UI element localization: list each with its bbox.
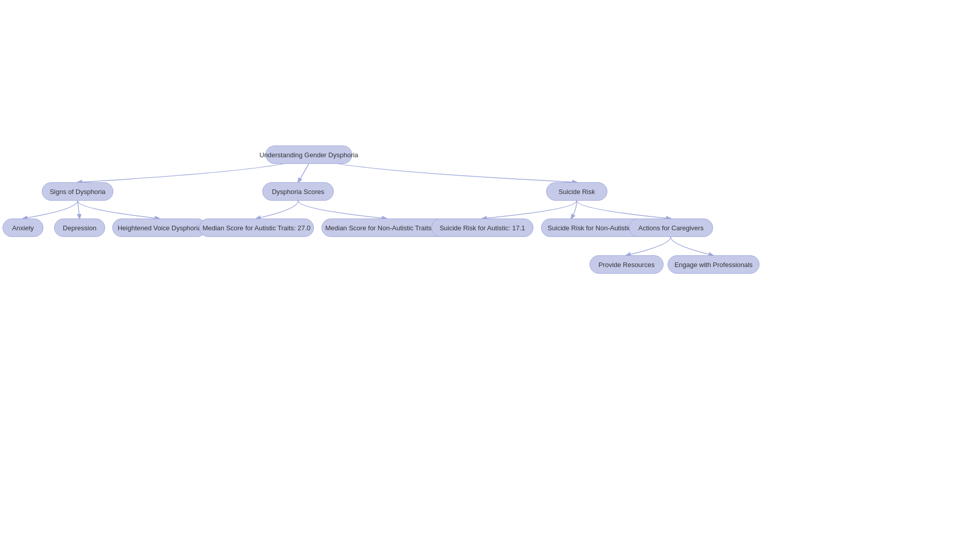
node-actions-caregivers: Actions for Caregivers bbox=[629, 219, 713, 237]
node-engage-professionals: Engage with Professionals bbox=[668, 255, 760, 274]
node-provide-resources: Provide Resources bbox=[590, 255, 664, 274]
node-root: Understanding Gender Dysphoria bbox=[265, 146, 352, 164]
node-dysphoria-scores: Dysphoria Scores bbox=[262, 182, 334, 201]
node-median-autistic: Median Score for Autistic Traits: 27.0 bbox=[199, 219, 314, 237]
node-depression: Depression bbox=[54, 219, 105, 237]
connections-svg bbox=[0, 0, 980, 553]
node-suicide-risk: Suicide Risk bbox=[546, 182, 607, 201]
node-suicide-autistic: Suicide Risk for Autistic: 17.1 bbox=[431, 219, 533, 237]
diagram-container: Understanding Gender Dysphoria Signs of … bbox=[0, 0, 980, 553]
node-signs: Signs of Dysphoria bbox=[42, 182, 113, 201]
node-anxiety: Anxiety bbox=[3, 219, 43, 237]
node-heightened: Heightened Voice Dysphoria bbox=[112, 219, 207, 237]
